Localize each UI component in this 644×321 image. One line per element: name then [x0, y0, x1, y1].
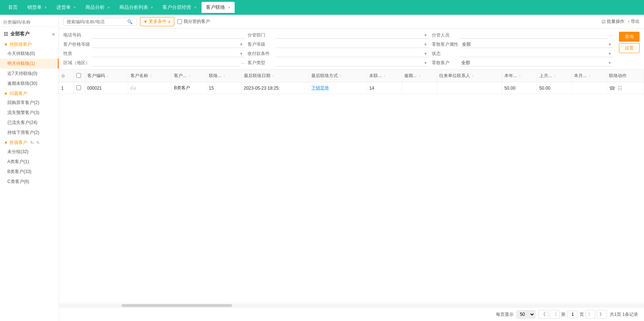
sidebar-item-overdue-contact[interactable]: 逾期未联络(30): [0, 79, 59, 89]
sidebar-item-class-b[interactable]: B类客户(33): [0, 167, 59, 177]
more-filter-button[interactable]: ▼ 更多条件 ∧: [140, 17, 174, 26]
region-input[interactable]: [92, 59, 239, 66]
page-number-input[interactable]: [567, 311, 578, 318]
prev-page-button[interactable]: 〈: [550, 310, 560, 319]
filter-panel: 电话号码 分管部门 ▼: [59, 29, 644, 70]
set-button[interactable]: 设置: [619, 43, 640, 53]
col-overdue[interactable]: 逾期... ↕: [402, 70, 437, 82]
sort-icon-no-contact: ↕: [384, 74, 386, 78]
cell-checkbox[interactable]: [74, 82, 85, 94]
manager-more-icon[interactable]: ···: [609, 33, 613, 38]
sidebar-all-customers[interactable]: ☷ 全部客户 «: [0, 28, 59, 39]
sidebar-item-tomorrow-contact[interactable]: 明天待联络(1): [0, 59, 59, 69]
customer-name-blurred: Ea: [130, 86, 136, 91]
batch-operation-button[interactable]: ☑ 批量操作: [602, 18, 624, 25]
settings-icon[interactable]: ⚙: [61, 73, 65, 79]
sidebar-item-class-a[interactable]: A类客户(1): [0, 157, 59, 167]
search-icon[interactable]: 🔍: [127, 19, 133, 24]
sidebar-group-value-customers: ▼ 价值客户 ↻ ✎: [0, 138, 59, 147]
nav-customer-contact[interactable]: 客户联络 ×: [202, 2, 235, 13]
first-page-button[interactable]: 《: [538, 310, 548, 319]
horizontal-scrollbar[interactable]: [59, 303, 644, 307]
arrow-down-icon: ▼: [4, 42, 8, 47]
search-input[interactable]: [67, 19, 126, 24]
sidebar-item-7days-contact[interactable]: 近7天待联络(0): [0, 69, 59, 79]
filter-row-4: 区域（地区） ··· 客户类型 ▼ 零散客户: [63, 59, 613, 66]
select-all-checkbox[interactable]: [76, 73, 81, 78]
col-name[interactable]: 客户名称 ↕: [128, 70, 172, 82]
sidebar-collapse-icon[interactable]: «: [52, 31, 55, 37]
sidebar-search-wrap: 🔍: [0, 18, 59, 27]
col-name-label: 客户名称: [130, 73, 148, 78]
nav-home[interactable]: 首页: [4, 2, 22, 13]
my-customers-checkbox-label[interactable]: 我分管的客户: [177, 18, 210, 25]
last-page-button[interactable]: 》: [597, 310, 607, 319]
scrollbar-thumb[interactable]: [122, 304, 232, 307]
region-more-icon[interactable]: ···: [241, 61, 245, 66]
col-type[interactable]: 客户... ↕: [172, 70, 207, 82]
manager-input[interactable]: [460, 32, 608, 39]
nature-select[interactable]: [91, 50, 245, 57]
row-checkbox[interactable]: [76, 85, 81, 90]
customer-tier-select[interactable]: [276, 41, 429, 48]
cell-last-contact-method[interactable]: 下销货单: [309, 82, 367, 94]
nav-sales-order[interactable]: 销货单 ×: [23, 2, 51, 13]
nav-customer-tier[interactable]: 客户分层经营 ×: [158, 2, 201, 13]
retail-attr-select[interactable]: 全部: [461, 41, 613, 48]
nav-purchase-order[interactable]: 进货单 ×: [52, 2, 80, 13]
close-product-analysis-list[interactable]: ×: [151, 6, 153, 10]
data-table-wrap: ⚙ 客户编码 ↕ 客户名称 ↕: [59, 70, 644, 303]
col-last-method[interactable]: 最后联络方式 ↕: [309, 70, 367, 82]
dept-select[interactable]: [276, 32, 429, 38]
sidebar-item-declining[interactable]: 持续下滑客户(2): [0, 128, 59, 138]
status-select[interactable]: [460, 50, 613, 57]
col-checkbox[interactable]: [74, 70, 85, 82]
grid-action-icon[interactable]: ☷: [617, 85, 622, 91]
page-size-select[interactable]: 50 10 20 100: [517, 310, 535, 318]
last-contact-method-link[interactable]: 下销货单: [311, 85, 329, 90]
nav-product-analysis[interactable]: 商品分析 ×: [81, 2, 114, 13]
col-this-year[interactable]: 本年... ↕: [502, 70, 537, 82]
sidebar-item-today-contact[interactable]: 今天待联络(0): [0, 49, 59, 59]
edit-icon[interactable]: ✎: [36, 140, 40, 145]
col-last-date[interactable]: 最后联络日期 ↕: [241, 70, 309, 82]
close-sales-order[interactable]: ×: [45, 6, 47, 10]
filter-row-3: 性质 ▼ 收付款条件 ▼: [63, 50, 613, 57]
phone-action-icon[interactable]: ☎: [609, 85, 615, 91]
sidebar-item-ungrouped[interactable]: 未分组(32): [0, 147, 59, 157]
close-product-analysis[interactable]: ×: [108, 6, 110, 10]
next-page-button[interactable]: 〉: [585, 310, 595, 319]
phone-input[interactable]: [91, 32, 245, 39]
query-button[interactable]: 查询: [619, 32, 640, 42]
close-purchase-order[interactable]: ×: [74, 6, 76, 10]
scrollbar-track: [59, 304, 644, 307]
sidebar-search-input[interactable]: [3, 20, 58, 25]
cell-contact-person: [437, 82, 502, 94]
export-button[interactable]: ↑ 导出: [627, 18, 640, 25]
retail-attr-label: 零散客户属性: [432, 41, 458, 48]
retail-customer-label: 零散客户: [432, 60, 458, 66]
close-customer-tier[interactable]: ×: [194, 6, 196, 10]
sidebar-item-repurchase-abnormal[interactable]: 回购异常客户(2): [0, 98, 59, 108]
sidebar-item-churn-warning[interactable]: 流失预警客户(3): [0, 108, 59, 118]
nav-product-analysis-list[interactable]: 商品分析列表 ×: [115, 2, 158, 13]
col-contact-person[interactable]: 往来单位联系人 ↕: [437, 70, 502, 82]
price-tier-select[interactable]: [92, 41, 245, 48]
sidebar-item-class-c[interactable]: C类客户(6): [0, 177, 59, 187]
refresh-icon[interactable]: ↻: [30, 140, 34, 145]
col-this-month[interactable]: 本月... ↕: [572, 70, 607, 82]
filter-dept: 分管部门 ▼: [248, 32, 429, 39]
my-customers-checkbox[interactable]: [177, 19, 182, 24]
col-contact[interactable]: 联络... ↕: [206, 70, 241, 82]
col-settings[interactable]: ⚙: [59, 70, 74, 82]
retail-customer-select[interactable]: 全部: [460, 59, 613, 66]
col-no-contact[interactable]: 未联... ↕: [367, 70, 402, 82]
sidebar-item-churned[interactable]: 已流失客户(24): [0, 118, 59, 128]
col-code[interactable]: 客户编码 ↕: [85, 70, 128, 82]
col-contact-label: 联络...: [209, 73, 221, 78]
col-last-month[interactable]: 上月... ↕: [537, 70, 572, 82]
dept-label: 分管部门: [248, 32, 273, 38]
customer-type-select[interactable]: [276, 59, 429, 66]
payment-select[interactable]: [276, 50, 429, 57]
close-customer-contact[interactable]: ×: [228, 6, 230, 10]
